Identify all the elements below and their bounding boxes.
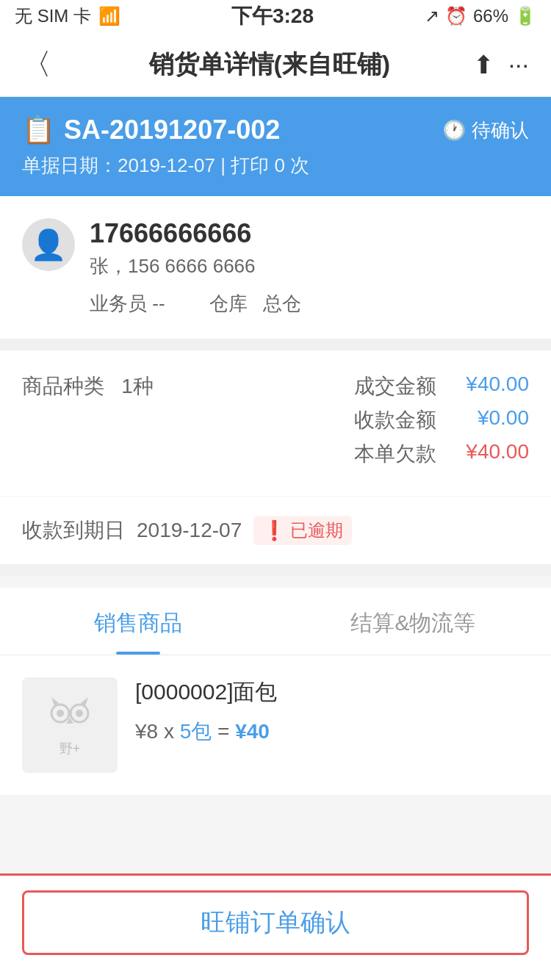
receive-amount-row: 收款金额 ¥0.00	[354, 406, 529, 434]
amount-section: 商品种类 1种 成交金额 ¥40.00 收款金额 ¥0.00 本单欠款 ¥40.…	[0, 350, 551, 496]
tab-sales-product[interactable]: 销售商品	[0, 588, 276, 655]
customer-phone: 17666666666	[90, 218, 529, 249]
customer-name: 张，156 6666 6666	[90, 253, 529, 279]
battery-label: 66%	[473, 6, 508, 26]
warehouse-label: 仓库 总仓	[209, 291, 302, 317]
customer-info: 17666666666 张，156 6666 6666 业务员 -- 仓库 总仓	[90, 218, 529, 317]
svg-point-3	[76, 710, 83, 717]
product-qty: 5包	[180, 720, 212, 743]
product-section: 野+ [0000002]面包 ¥8 x 5包 = ¥40	[0, 655, 551, 795]
overdue-icon: ❗	[262, 519, 286, 542]
due-date-label: 收款到期日	[22, 516, 125, 544]
section-divider-2	[0, 564, 551, 576]
receive-amount-value: ¥0.00	[478, 406, 529, 434]
owl-logo-icon	[44, 693, 96, 737]
nav-right-actions: ⬆ ···	[473, 50, 529, 79]
product-name: [0000002]面包	[135, 677, 529, 707]
status-bar: 无 SIM 卡 📶 下午3:28 ↗ ⏰ 66% 🔋	[0, 0, 551, 32]
status-right: ↗ ⏰ 66% 🔋	[425, 6, 536, 26]
amount-details: 成交金额 ¥40.00 收款金额 ¥0.00 本单欠款 ¥40.00	[354, 372, 529, 474]
avatar-icon: 👤	[30, 228, 67, 262]
wifi-icon: 📶	[98, 6, 120, 26]
due-date-value: 2019-12-07	[137, 519, 242, 542]
product-type: 商品种类 1种	[22, 372, 154, 400]
deal-amount-row: 成交金额 ¥40.00	[354, 372, 529, 400]
clock-icon: 🕐	[442, 119, 466, 142]
alarm-icon: ⏰	[445, 6, 467, 26]
more-button[interactable]: ···	[508, 50, 529, 79]
customer-meta: 业务员 -- 仓库 总仓	[90, 291, 529, 317]
tab-settlement[interactable]: 结算&物流等	[276, 588, 551, 655]
status-left: 无 SIM 卡 📶	[15, 4, 120, 28]
debt-amount-value: ¥40.00	[466, 440, 529, 468]
order-header-card: 📋 SA-20191207-002 🕐 待确认 单据日期：2019-12-07 …	[0, 97, 551, 196]
order-icon: 📋	[22, 115, 55, 145]
debt-amount-row: 本单欠款 ¥40.00	[354, 440, 529, 468]
bottom-bar: 旺铺订单确认	[0, 873, 551, 980]
svg-point-2	[57, 710, 64, 717]
due-date-section: 收款到期日 2019-12-07 ❗ 已逾期	[0, 497, 551, 564]
product-total: ¥40	[235, 720, 270, 743]
sales-label: 业务员 --	[90, 291, 165, 317]
tabs-section: 销售商品 结算&物流等	[0, 588, 551, 655]
nav-bar: 〈 销货单详情(来自旺铺) ⬆ ···	[0, 32, 551, 97]
order-date-info: 单据日期：2019-12-07 | 打印 0 次	[22, 153, 529, 179]
tabs-row: 销售商品 结算&物流等	[0, 588, 551, 655]
location-icon: ↗	[425, 6, 439, 26]
status-time: 下午3:28	[231, 2, 314, 30]
carrier-label: 无 SIM 卡	[15, 4, 91, 28]
battery-icon: 🔋	[514, 6, 536, 26]
product-info: [0000002]面包 ¥8 x 5包 = ¥40	[135, 677, 529, 746]
overdue-badge: ❗ 已逾期	[253, 516, 352, 545]
share-button[interactable]: ⬆	[473, 50, 494, 79]
customer-section: 👤 17666666666 张，156 6666 6666 业务员 -- 仓库 …	[0, 196, 551, 339]
section-divider-1	[0, 339, 551, 350]
overdue-label: 已逾期	[290, 519, 343, 542]
product-price: ¥8 x 5包 = ¥40	[135, 718, 529, 746]
confirm-order-button[interactable]: 旺铺订单确认	[22, 890, 529, 955]
order-id: 📋 SA-20191207-002	[22, 115, 280, 145]
order-status: 🕐 待确认	[442, 118, 529, 143]
avatar: 👤	[22, 218, 75, 271]
product-thumbnail: 野+	[22, 677, 118, 773]
deal-amount-value: ¥40.00	[466, 372, 529, 400]
page-title: 销货单详情(来自旺铺)	[66, 48, 473, 82]
product-thumb-inner: 野+	[44, 693, 96, 757]
back-button[interactable]: 〈	[22, 44, 66, 84]
